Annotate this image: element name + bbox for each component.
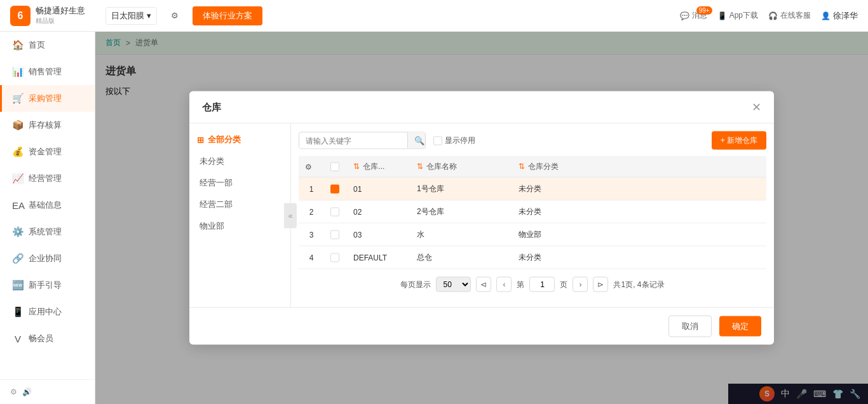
page-number-input[interactable] — [529, 277, 555, 292]
warehouse-dialog: 仓库 ✕ ⊞ 全部分类 未分类经营一部经营二部物业部 « — [189, 91, 774, 345]
add-warehouse-button[interactable]: + 新增仓库 — [712, 131, 766, 150]
pagination-bar: 每页显示 50 20 100 ⊲ ‹ 第 页 › ⊳ 共1页, 4条记 — [299, 269, 766, 300]
row-category: 物业部 — [512, 223, 766, 246]
sort-icon-category: ⇅ — [519, 162, 525, 171]
settings-bottom-icon: ⚙ — [10, 387, 17, 396]
search-button[interactable]: 🔍 — [407, 133, 426, 149]
row-category: 未分类 — [512, 177, 766, 200]
sidebar-item-home[interactable]: 🏠首页 — [0, 32, 95, 58]
row-checkbox[interactable] — [330, 184, 339, 193]
app-download-label: App下载 — [729, 10, 758, 21]
store-selector[interactable]: 日太阳膜 ▾ — [105, 7, 157, 25]
row-checkbox[interactable] — [330, 207, 339, 216]
system-label: 系统管理 — [29, 226, 62, 238]
per-page-select[interactable]: 50 20 100 — [436, 277, 471, 292]
show-disabled-checkbox[interactable] — [433, 136, 442, 145]
th-settings: ⚙ — [299, 156, 324, 178]
table-row[interactable]: 1 01 1号仓库 未分类 — [299, 177, 766, 200]
category-item[interactable]: 经营二部 — [189, 194, 290, 215]
category-item[interactable]: 经营一部 — [189, 172, 290, 194]
trial-button[interactable]: 体验行业方案 — [193, 6, 262, 25]
app-download-item[interactable]: 📱 App下载 — [717, 10, 758, 21]
dialog-footer: 取消 确定 — [189, 307, 774, 345]
row-category: 未分类 — [512, 200, 766, 223]
row-code: 02 — [347, 200, 410, 223]
last-page-button[interactable]: ⊳ — [593, 277, 608, 292]
sidebar-item-purchase[interactable]: 🛒采购管理 — [0, 85, 95, 112]
messages-item[interactable]: 💬 消息 99+ — [680, 10, 707, 21]
first-page-button[interactable]: ⊲ — [476, 277, 491, 292]
sidebar-item-appcenter[interactable]: 📱应用中心 — [0, 299, 95, 325]
home-label: 首页 — [29, 39, 45, 51]
username: 徐泽华 — [833, 10, 858, 22]
row-number: 2 — [299, 200, 324, 223]
sidebar-item-member[interactable]: V畅会员 — [0, 325, 95, 352]
prev-page-button[interactable]: ‹ — [496, 277, 512, 292]
sidebar-item-enterprise[interactable]: 🔗企业协同 — [0, 245, 95, 272]
cancel-button[interactable]: 取消 — [668, 316, 712, 337]
warehouse-table: ⚙ ⇅ 仓库... ⇅ 仓库名称 — [299, 156, 766, 269]
row-checkbox-cell — [324, 223, 347, 246]
message-icon: 💬 — [680, 11, 689, 20]
show-disabled-label[interactable]: 显示停用 — [433, 135, 475, 146]
enterprise-label: 企业协同 — [29, 253, 62, 264]
member-icon: V — [12, 333, 24, 344]
settings-icon[interactable]: ⚙ — [165, 6, 185, 26]
select-all-checkbox[interactable] — [330, 162, 339, 171]
row-name: 总仓 — [410, 246, 512, 269]
sales-icon: 📊 — [12, 66, 24, 77]
category-item[interactable]: 物业部 — [189, 215, 290, 237]
table-row[interactable]: 2 02 2号仓库 未分类 — [299, 200, 766, 223]
online-service-label: 在线客服 — [780, 10, 811, 21]
next-page-button[interactable]: › — [573, 277, 588, 292]
close-dialog-button[interactable]: ✕ — [752, 100, 761, 114]
table-row[interactable]: 3 03 水 物业部 — [299, 223, 766, 246]
table-panel: 🔍 显示停用 + 新增仓库 ⚙ — [291, 124, 774, 307]
basic-icon: EA — [12, 200, 24, 211]
sidebar-item-operations[interactable]: 📈经营管理 — [0, 165, 95, 192]
guide-icon: 🆕 — [12, 279, 24, 291]
user-avatar[interactable]: 👤 徐泽华 — [821, 10, 858, 22]
sidebar-item-finance[interactable]: 💰资金管理 — [0, 138, 95, 165]
sidebar: 🏠首页📊销售管理🛒采购管理📦库存核算💰资金管理📈经营管理EA基础信息⚙️系统管理… — [0, 32, 95, 404]
table-row[interactable]: 4 DEFAULT 总仓 未分类 — [299, 246, 766, 269]
sidebar-bottom[interactable]: ⚙ 🔊 — [0, 379, 95, 404]
finance-icon: 💰 — [12, 146, 24, 158]
th-category: ⇅ 仓库分类 — [512, 156, 766, 178]
category-all-header[interactable]: ⊞ 全部分类 — [189, 129, 290, 151]
content-area: 首页 > 进货单 进货单 按以下 仓库 ✕ ⊞ 全部分类 — [95, 32, 868, 404]
row-number: 4 — [299, 246, 324, 269]
home-icon: 🏠 — [12, 39, 24, 51]
page-unit: 页 — [560, 279, 567, 290]
appcenter-label: 应用中心 — [29, 306, 62, 318]
sidebar-item-system[interactable]: ⚙️系统管理 — [0, 219, 95, 245]
online-service-item[interactable]: 🎧 在线客服 — [768, 10, 811, 21]
row-code: DEFAULT — [347, 246, 410, 269]
row-number: 1 — [299, 177, 324, 200]
system-icon: ⚙️ — [12, 226, 24, 238]
confirm-button[interactable]: 确定 — [719, 316, 761, 337]
dialog-header: 仓库 ✕ — [189, 91, 774, 124]
row-category: 未分类 — [512, 246, 766, 269]
sales-label: 销售管理 — [29, 66, 62, 77]
row-checkbox[interactable] — [330, 230, 339, 239]
row-name: 2号仓库 — [410, 200, 512, 223]
headset-icon: 🎧 — [768, 11, 778, 20]
collapse-panel-button[interactable]: « — [284, 203, 297, 228]
appcenter-icon: 📱 — [12, 306, 24, 318]
row-checkbox[interactable] — [330, 253, 339, 262]
enterprise-icon: 🔗 — [12, 253, 24, 264]
dialog-title: 仓库 — [202, 101, 221, 113]
sidebar-item-inventory[interactable]: 📦库存核算 — [0, 112, 95, 138]
page-total: 共1页, 4条记录 — [613, 279, 664, 290]
category-item[interactable]: 未分类 — [189, 151, 290, 172]
sidebar-item-guide[interactable]: 🆕新手引导 — [0, 272, 95, 299]
store-name: 日太阳膜 — [111, 10, 144, 22]
table-header-row: ⚙ ⇅ 仓库... ⇅ 仓库名称 — [299, 156, 766, 178]
search-input[interactable] — [299, 133, 407, 148]
brand-name: 畅捷通好生意 — [36, 6, 85, 17]
sidebar-item-basic[interactable]: EA基础信息 — [0, 192, 95, 219]
row-name: 1号仓库 — [410, 177, 512, 200]
sidebar-item-sales[interactable]: 📊销售管理 — [0, 58, 95, 85]
table-toolbar: 🔍 显示停用 + 新增仓库 — [299, 131, 766, 150]
